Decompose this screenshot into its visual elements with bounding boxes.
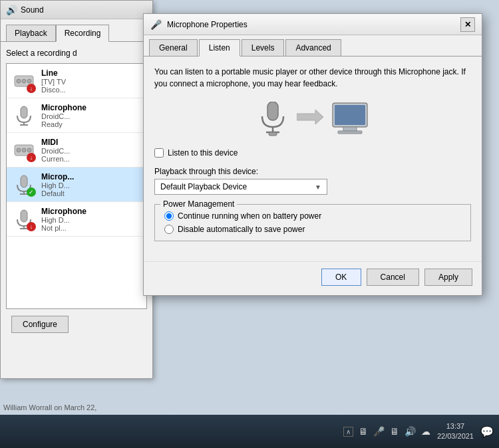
device-name-mic2: Microp... bbox=[41, 172, 141, 181]
sound-titlebar-icon: 🔊 bbox=[6, 5, 17, 15]
sound-window: 🔊 Sound Playback Recording Select a reco… bbox=[0, 0, 153, 379]
tab-levels[interactable]: Levels bbox=[242, 39, 285, 56]
svg-point-1 bbox=[17, 79, 21, 83]
playback-label: Playback through this device: bbox=[154, 167, 471, 176]
playback-dropdown[interactable]: Default Playback Device ▼ bbox=[154, 179, 327, 195]
svg-rect-14 bbox=[21, 210, 27, 222]
device-info-mic1: Microphone DroidC... Ready bbox=[41, 103, 141, 128]
device-detail-mic1-2: Ready bbox=[41, 120, 141, 128]
device-icon-mic3: ↓ bbox=[12, 207, 36, 231]
tab-general[interactable]: General bbox=[149, 39, 198, 56]
device-name-mic3: Microphone bbox=[41, 207, 141, 216]
configure-button[interactable]: Configure bbox=[11, 316, 69, 333]
select-recording-label: Select a recording d bbox=[6, 49, 147, 58]
cancel-button[interactable]: Cancel bbox=[367, 269, 419, 286]
radio-row-continue: Continue running when on battery power bbox=[164, 211, 461, 221]
device-icon-line: ↓ bbox=[12, 69, 36, 93]
sound-tabs: Playback Recording bbox=[1, 19, 152, 42]
tray-monitor-icon: 🖥 bbox=[390, 426, 399, 437]
svg-rect-11 bbox=[21, 175, 27, 187]
notification-icon[interactable]: 💬 bbox=[480, 425, 494, 438]
dialog-content: You can listen to a portable music playe… bbox=[144, 56, 482, 261]
device-name-mic1: Microphone bbox=[41, 103, 141, 112]
device-item-line[interactable]: ↓ Line [TV] TV Disco... bbox=[7, 64, 146, 98]
device-detail-mic3-1: High D... bbox=[41, 216, 141, 224]
watermark-text: William Worrall on March 22, bbox=[3, 403, 96, 411]
dialog-tabs: General Listen Levels Advanced bbox=[144, 35, 482, 56]
listen-checkbox-row: Listen to this device bbox=[154, 148, 471, 158]
device-item-mic1[interactable]: Microphone DroidC... Ready bbox=[7, 98, 146, 133]
taskbar: ∧ 🖥 🎤 🖥 🔊 ☁ 13:37 22/03/2021 💬 bbox=[0, 415, 499, 448]
system-tray: ∧ 🖥 🎤 🖥 🔊 ☁ bbox=[343, 426, 430, 437]
dialog-close-button[interactable]: ✕ bbox=[460, 17, 475, 32]
svg-point-3 bbox=[27, 79, 31, 83]
dropdown-chevron-icon: ▼ bbox=[315, 183, 321, 191]
device-name-line: Line bbox=[41, 68, 141, 78]
apply-button[interactable]: Apply bbox=[424, 269, 472, 286]
clock-date: 22/03/2021 bbox=[437, 431, 474, 441]
device-icon-mic1 bbox=[12, 104, 36, 128]
device-info-mic2: Microp... High D... Default bbox=[41, 172, 141, 197]
sound-titlebar: 🔊 Sound bbox=[1, 1, 152, 19]
svg-rect-17 bbox=[267, 102, 278, 120]
ok-button[interactable]: OK bbox=[321, 269, 361, 286]
device-info-line: Line [TV] TV Disco... bbox=[41, 68, 141, 94]
device-list: ↓ Line [TV] TV Disco... bbox=[6, 63, 147, 309]
tab-recording[interactable]: Recording bbox=[56, 25, 110, 42]
svg-point-2 bbox=[22, 79, 26, 83]
diagram-mic-icon bbox=[257, 100, 289, 138]
svg-point-8 bbox=[17, 148, 21, 152]
device-icon-mic2: ✓ bbox=[12, 173, 36, 197]
tray-mic-icon: 🎤 bbox=[373, 426, 385, 437]
dialog-title-icon: 🎤 bbox=[150, 19, 162, 30]
tab-advanced[interactable]: Advanced bbox=[285, 39, 341, 56]
listen-checkbox[interactable] bbox=[154, 148, 164, 158]
tray-camera-icon: 🖥 bbox=[359, 426, 368, 437]
svg-rect-23 bbox=[335, 105, 365, 125]
device-detail-midi-2: Curren... bbox=[41, 155, 141, 163]
dialog-footer: OK Cancel Apply bbox=[144, 261, 482, 295]
radio-disable-label[interactable]: Disable automatically to save power bbox=[178, 225, 305, 234]
tab-listen[interactable]: Listen bbox=[199, 39, 240, 56]
status-badge-mic3: ↓ bbox=[27, 222, 36, 231]
tray-cloud-icon: ☁ bbox=[421, 426, 430, 437]
dialog-titlebar: 🎤 Microphone Properties ✕ bbox=[144, 14, 482, 35]
status-badge-midi: ↓ bbox=[27, 153, 36, 162]
dialog-description: You can listen to a portable music playe… bbox=[154, 66, 471, 90]
device-detail-line-2: Disco... bbox=[41, 86, 141, 94]
radio-continue-label[interactable]: Continue running when on battery power bbox=[178, 211, 321, 221]
listen-checkbox-label[interactable]: Listen to this device bbox=[168, 148, 238, 158]
device-item-mic2[interactable]: ✓ Microp... High D... Default bbox=[7, 168, 146, 202]
svg-rect-25 bbox=[338, 131, 362, 134]
svg-point-9 bbox=[22, 148, 26, 152]
svg-rect-20 bbox=[269, 132, 277, 136]
dialog-title: Microphone Properties bbox=[167, 20, 455, 29]
sound-title: Sound bbox=[21, 5, 147, 15]
svg-rect-4 bbox=[21, 106, 27, 118]
device-info-midi: MIDI DroidC... Curren... bbox=[41, 138, 141, 163]
power-group-title: Power Management bbox=[160, 199, 237, 209]
device-info-mic3: Microphone High D... Not pl... bbox=[41, 207, 141, 232]
radio-disable[interactable] bbox=[164, 225, 174, 234]
status-badge-line: ↓ bbox=[27, 84, 36, 93]
radio-continue[interactable] bbox=[164, 211, 174, 221]
svg-rect-24 bbox=[343, 127, 357, 131]
power-management-group: Power Management Continue running when o… bbox=[154, 204, 471, 241]
device-name-midi: MIDI bbox=[41, 138, 141, 147]
diagram-monitor-icon bbox=[331, 100, 369, 138]
device-item-mic3[interactable]: ↓ Microphone High D... Not pl... bbox=[7, 202, 146, 237]
playback-dropdown-value: Default Playback Device bbox=[160, 182, 247, 191]
svg-point-10 bbox=[27, 148, 31, 152]
clock-area: 13:37 22/03/2021 bbox=[437, 421, 474, 442]
diagram-arrow bbox=[297, 107, 323, 132]
device-detail-mic1-1: DroidC... bbox=[41, 112, 141, 120]
device-detail-midi-1: DroidC... bbox=[41, 147, 141, 155]
tray-expand-icon[interactable]: ∧ bbox=[343, 427, 353, 437]
diagram bbox=[154, 100, 471, 138]
sound-content: Select a recording d ↓ Line [TV] TV Dis bbox=[1, 42, 152, 346]
tab-playback[interactable]: Playback bbox=[6, 25, 56, 41]
radio-row-disable: Disable automatically to save power bbox=[164, 225, 461, 234]
device-detail-mic2-2: Default bbox=[41, 189, 141, 197]
device-item-midi[interactable]: ↓ MIDI DroidC... Curren... bbox=[7, 133, 146, 168]
device-detail-mic2-1: High D... bbox=[41, 181, 141, 189]
